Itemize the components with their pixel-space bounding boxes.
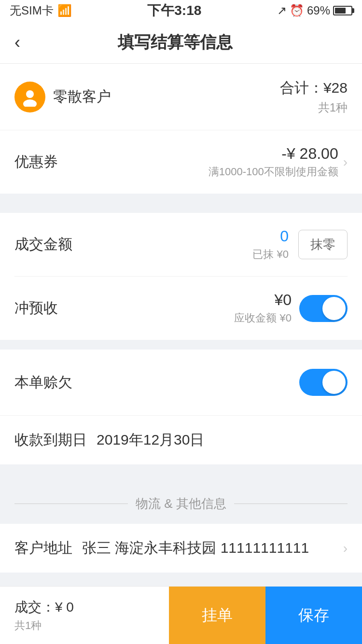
transaction-right: 0 已抹 ¥0 抹零 bbox=[252, 227, 348, 262]
separator-1 bbox=[0, 203, 362, 213]
back-button[interactable]: ‹ bbox=[14, 32, 20, 53]
coupon-amount: -¥ 28.00 bbox=[209, 145, 338, 163]
avatar bbox=[14, 82, 45, 112]
transaction-sub: 已抹 ¥0 bbox=[252, 247, 289, 262]
wifi-icon: 📶 bbox=[57, 4, 72, 17]
transaction-row: 成交金额 0 已抹 ¥0 抹零 bbox=[14, 213, 348, 277]
coupon-row[interactable]: 优惠券 -¥ 28.00 满1000-100不限制使用金额 › bbox=[0, 130, 362, 194]
page-title: 填写结算等信息 bbox=[30, 31, 320, 54]
prepayment-toggle[interactable] bbox=[299, 295, 348, 322]
debt-toggle[interactable] bbox=[299, 369, 348, 396]
prepayment-value: ¥0 应收金额 ¥0 bbox=[234, 291, 292, 325]
separator-3 bbox=[0, 474, 362, 484]
deal-label: 成交： bbox=[14, 600, 55, 615]
bottom-summary: 成交：¥ 0 共1种 bbox=[0, 598, 169, 633]
due-date-row: 收款到期日 2019年12月30日 bbox=[0, 415, 362, 464]
prepayment-label: 冲预收 bbox=[14, 298, 58, 318]
logistics-divider: 物流 & 其他信息 bbox=[0, 484, 362, 524]
coupon-info: -¥ 28.00 满1000-100不限制使用金额 bbox=[209, 145, 338, 179]
save-button[interactable]: 保存 bbox=[265, 587, 362, 644]
debt-toggle-knob bbox=[322, 371, 346, 394]
separator-2 bbox=[0, 340, 362, 350]
user-icon bbox=[20, 87, 40, 107]
bottom-bar: 成交：¥ 0 共1种 挂单 保存 bbox=[0, 586, 362, 644]
svg-point-1 bbox=[23, 99, 37, 107]
status-left: 无SIM卡 📶 bbox=[10, 3, 72, 18]
chevron-right-icon: › bbox=[343, 154, 348, 170]
total-count: 共1种 bbox=[280, 100, 348, 115]
transaction-amount: 0 bbox=[252, 227, 289, 245]
customer-name: 零散客户 bbox=[53, 87, 111, 107]
logistics-label: 物流 & 其他信息 bbox=[136, 495, 226, 512]
divider-line-right bbox=[234, 504, 348, 504]
debt-label: 本单赊欠 bbox=[14, 373, 72, 392]
debt-row: 本单赊欠 bbox=[0, 350, 362, 415]
prepayment-sub: 应收金额 ¥0 bbox=[234, 311, 292, 325]
divider-line-left bbox=[14, 504, 128, 504]
customer-row: 零散客户 合计：¥28 共1种 bbox=[0, 64, 362, 130]
prepayment-right: ¥0 应收金额 ¥0 bbox=[234, 291, 348, 325]
prepayment-amount: ¥0 bbox=[234, 291, 292, 309]
toggle-knob bbox=[322, 297, 346, 320]
transaction-value: 0 已抹 ¥0 bbox=[252, 227, 289, 262]
transaction-label: 成交金额 bbox=[14, 235, 72, 254]
debt-section: 本单赊欠 收款到期日 2019年12月30日 bbox=[0, 350, 362, 464]
due-date-label: 收款到期日 bbox=[14, 430, 87, 450]
bottom-deal: 成交：¥ 0 bbox=[14, 598, 154, 616]
status-right: ↗ ⏰ 69% bbox=[277, 4, 352, 17]
customer-right: 合计：¥28 共1种 bbox=[280, 78, 348, 115]
location-icon: ↗ bbox=[277, 4, 287, 17]
coupon-right: -¥ 28.00 满1000-100不限制使用金额 › bbox=[209, 145, 348, 179]
bottom-count: 共1种 bbox=[14, 618, 154, 633]
customer-left: 零散客户 bbox=[14, 82, 111, 112]
battery-icon bbox=[333, 6, 352, 15]
bottom-actions: 挂单 保存 bbox=[169, 587, 362, 644]
nav-bar: ‹ 填写结算等信息 bbox=[0, 21, 362, 64]
round-button[interactable]: 抹零 bbox=[298, 230, 348, 259]
transaction-section: 成交金额 0 已抹 ¥0 抹零 冲预收 ¥0 应收金额 ¥0 bbox=[0, 213, 362, 340]
prepayment-row: 冲预收 ¥0 应收金额 ¥0 bbox=[14, 277, 348, 340]
address-chevron-icon: › bbox=[343, 541, 348, 556]
status-bar: 无SIM卡 📶 下午3:18 ↗ ⏰ 69% bbox=[0, 0, 362, 21]
due-date-value: 2019年12月30日 bbox=[97, 430, 204, 450]
svg-point-0 bbox=[26, 90, 34, 98]
deal-amount: ¥ 0 bbox=[55, 600, 74, 615]
hold-button[interactable]: 挂单 bbox=[169, 587, 265, 644]
total-amount: 合计：¥28 bbox=[280, 78, 348, 98]
battery-text: 69% bbox=[307, 4, 330, 17]
customer-section: 零散客户 合计：¥28 共1种 优惠券 -¥ 28.00 满1000-100不限… bbox=[0, 64, 362, 194]
address-row[interactable]: 客户地址 张三 海淀永丰科技园 11111111111 › bbox=[0, 524, 362, 573]
address-value: 张三 海淀永丰科技园 11111111111 bbox=[82, 538, 334, 558]
alarm-icon: ⏰ bbox=[290, 4, 304, 17]
coupon-label: 优惠券 bbox=[14, 152, 58, 172]
coupon-desc: 满1000-100不限制使用金额 bbox=[209, 165, 338, 179]
status-time: 下午3:18 bbox=[147, 1, 201, 20]
address-label: 客户地址 bbox=[14, 538, 72, 558]
signal-text: 无SIM卡 bbox=[10, 3, 54, 18]
